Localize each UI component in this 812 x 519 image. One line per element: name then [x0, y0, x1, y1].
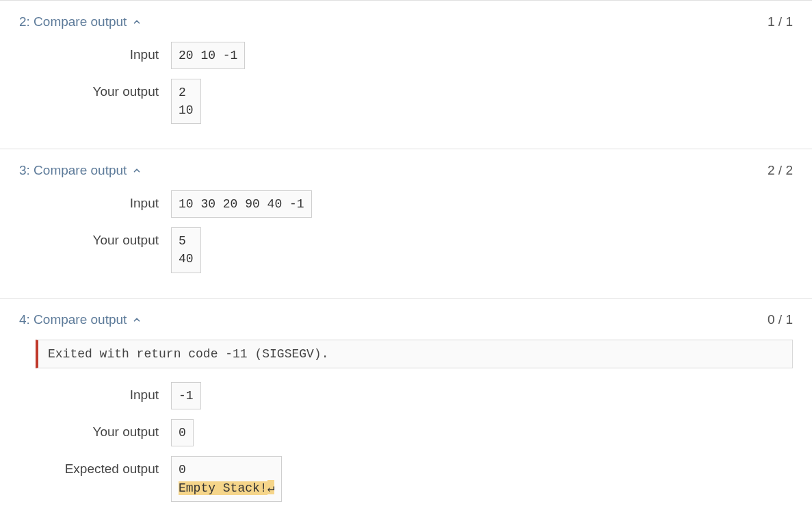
row-your-output: Your output 5 40 [19, 227, 793, 273]
row-expected-output: Expected output 0 Empty Stack!↵ [19, 456, 793, 502]
return-symbol-icon: ↵ [267, 480, 275, 494]
expected-output-value: 0 Empty Stack!↵ [171, 456, 282, 502]
label-input: Input [19, 382, 171, 403]
test-rows: Input 10 30 20 90 40 -1 Your output 5 40 [0, 190, 812, 297]
test-header-2[interactable]: 2: Compare output 1 / 1 [0, 1, 812, 42]
row-input: Input 20 10 -1 [19, 42, 793, 69]
error-banner: Exited with return code -11 (SIGSEGV). [36, 340, 793, 368]
row-your-output: Your output 0 [19, 419, 793, 446]
label-your-output: Your output [19, 227, 171, 248]
test-block-2: 2: Compare output 1 / 1 Input 20 10 -1 Y… [0, 0, 812, 149]
test-rows: Input -1 Your output 0 Expected output 0… [0, 382, 812, 519]
test-title-wrap: 2: Compare output [19, 14, 142, 29]
chevron-up-icon [132, 315, 142, 325]
test-title: 2: Compare output [19, 14, 127, 29]
row-input: Input -1 [19, 382, 793, 409]
test-title-wrap: 3: Compare output [19, 163, 142, 178]
row-input: Input 10 30 20 90 40 -1 [19, 190, 793, 218]
test-score: 1 / 1 [768, 14, 793, 29]
test-block-4: 4: Compare output 0 / 1 Exited with retu… [0, 298, 812, 519]
test-block-3: 3: Compare output 2 / 2 Input 10 30 20 9… [0, 149, 812, 297]
test-score: 2 / 2 [768, 163, 793, 178]
expected-line2-highlight: Empty Stack! [179, 481, 267, 495]
your-output-value: 0 [171, 419, 194, 446]
label-expected-output: Expected output [19, 456, 171, 477]
chevron-up-icon [132, 166, 142, 175]
input-value: 10 30 20 90 40 -1 [171, 190, 312, 218]
label-your-output: Your output [19, 419, 171, 440]
your-output-value: 5 40 [171, 227, 201, 273]
test-title: 3: Compare output [19, 163, 127, 178]
test-header-3[interactable]: 3: Compare output 2 / 2 [0, 149, 812, 190]
label-input: Input [19, 42, 171, 62]
label-input: Input [19, 190, 171, 211]
expected-line1: 0 [179, 463, 186, 477]
label-your-output: Your output [19, 79, 171, 99]
input-value: 20 10 -1 [171, 42, 245, 69]
input-value: -1 [171, 382, 201, 409]
test-header-4[interactable]: 4: Compare output 0 / 1 [0, 299, 812, 340]
chevron-up-icon [132, 17, 142, 27]
test-title-wrap: 4: Compare output [19, 312, 142, 327]
your-output-value: 2 10 [171, 79, 201, 124]
row-your-output: Your output 2 10 [19, 79, 793, 124]
test-score: 0 / 1 [768, 312, 793, 327]
test-rows: Input 20 10 -1 Your output 2 10 [0, 42, 812, 149]
test-title: 4: Compare output [19, 312, 127, 327]
